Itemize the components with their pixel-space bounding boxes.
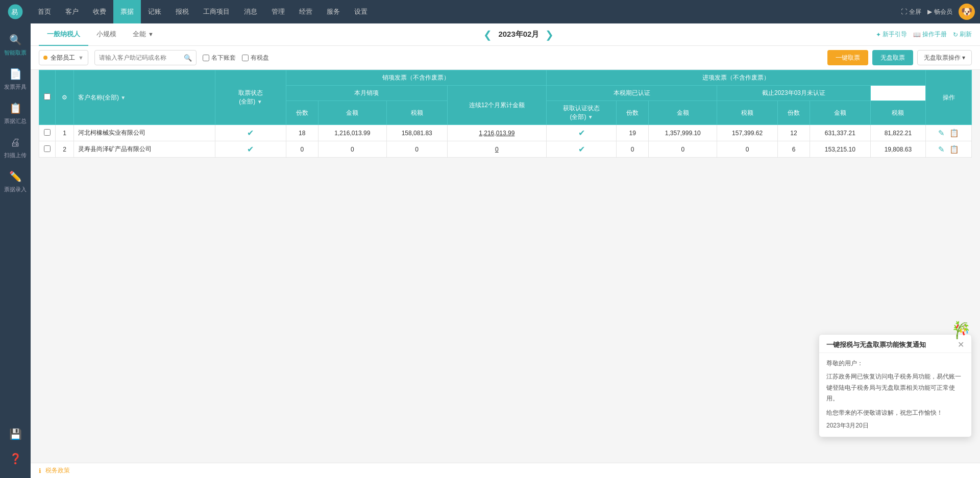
row-until-amount: 153,215.10 [810, 141, 871, 158]
nav-invoice[interactable]: 票据 [113, 0, 141, 23]
next-month-button[interactable]: ❯ [545, 30, 554, 40]
avatar[interactable]: 🐶 [959, 4, 975, 20]
tab-small-scale[interactable]: 小规模 [88, 23, 125, 46]
one-click-ticket-button[interactable]: 一键取票 [827, 50, 868, 65]
row-sales-tax: 158,081.83 [386, 125, 447, 141]
fullscreen-button[interactable]: ⛶ 全屏 [901, 8, 921, 16]
table-row: 2 灵寿县尚泽矿产品有限公司 ✔ 0 0 0 0 ✔ 0 0 0 6 153,2… [39, 141, 972, 158]
notification-title: 一键报税与无盘取票功能恢复通知 [826, 340, 926, 349]
nav-home[interactable]: 首页 [31, 0, 58, 23]
th-sales-shares: 份数 [286, 101, 318, 125]
row-checkbox[interactable] [39, 141, 56, 158]
sidebar-item-invoice-summary[interactable]: 📋 票据汇总 [0, 97, 31, 129]
sidebar-item-download[interactable]: 💾 [0, 423, 31, 445]
no-disk-ticket-button[interactable]: 无盘取票 [872, 50, 913, 65]
edit-button[interactable]: ✎ [938, 145, 945, 154]
row-ticket-status: ✔ [215, 125, 286, 141]
row-select-checkbox[interactable] [44, 145, 51, 152]
sidebar-item-help[interactable]: ❓ [0, 447, 31, 470]
ticket-status-filter-icon[interactable]: ▼ [257, 99, 262, 105]
sidebar-item-scan-upload[interactable]: 🖨 扫描上传 [0, 131, 31, 163]
search-input[interactable] [99, 54, 181, 61]
search-icon[interactable]: 🔍 [184, 54, 192, 62]
th-purchase-shares: 份数 [617, 101, 649, 125]
consecutive-link[interactable]: 0 [495, 146, 499, 153]
nav-settings[interactable]: 设置 [347, 0, 375, 23]
ticket-status-icon: ✔ [247, 145, 254, 154]
th-sales-tax: 税额 [386, 101, 447, 125]
member-button[interactable]: ▶ 畅会员 [927, 8, 952, 16]
tax-policy-link[interactable]: 税务政策 [45, 466, 70, 475]
named-accounts-checkbox[interactable] [203, 55, 209, 61]
tab-general-taxpayer[interactable]: 一般纳税人 [39, 23, 88, 46]
notification-salutation: 尊敬的用户： [826, 358, 964, 369]
th-purchase-amount: 金额 [649, 101, 717, 125]
prev-month-button[interactable]: ❮ [483, 30, 492, 40]
filter-bar: 全部员工 ▼ 🔍 名下账套 有税盘 一键取票 无盘取票 无盘取票操作 ▾ [31, 46, 980, 70]
row-until-shares: 6 [777, 141, 810, 158]
notification-date: 2023年3月20日 [826, 420, 964, 432]
sidebar-item-invoice-issue[interactable]: 📄 发票开具 [0, 63, 31, 95]
nav-items: 首页 客户 收费 票据 记账 报税 工商项目 消息 管理 经营 服务 设置 [31, 0, 901, 23]
row-until-amount: 631,337.21 [810, 125, 871, 141]
checkbox-named-accounts[interactable]: 名下账套 [203, 54, 236, 62]
sidebar-item-smart-ticket[interactable]: 🔍 智能取票 [0, 29, 31, 61]
settings-icon[interactable]: ⚙ [62, 94, 67, 101]
consecutive-link[interactable]: 1,216,013.99 [479, 130, 514, 137]
smart-ticket-icon: 🔍 [8, 33, 22, 47]
nav-operation[interactable]: 经营 [292, 0, 320, 23]
select-all-checkbox[interactable] [44, 93, 51, 100]
scan-upload-icon: 🖨 [8, 135, 22, 149]
row-purchase-tax: 0 [717, 141, 778, 158]
employee-label: 全部员工 [51, 54, 75, 62]
nav-manage[interactable]: 管理 [264, 0, 292, 23]
view-button[interactable]: 📋 [949, 145, 959, 154]
current-date: 2023年02月 [498, 30, 539, 39]
no-disk-ticket-ops-button[interactable]: 无盘取票操作 ▾ [917, 50, 972, 65]
refresh-icon: ↻ [953, 31, 958, 38]
tax-policy-icon: ℹ [39, 467, 41, 474]
nav-bookkeeping[interactable]: 记账 [141, 0, 168, 23]
manual-button[interactable]: 📖 操作手册 [913, 30, 947, 39]
nav-tax[interactable]: 报税 [168, 0, 196, 23]
th-checkbox [39, 70, 56, 125]
nav-billing[interactable]: 收费 [86, 0, 113, 23]
th-consecutive-12: 连续12个月累计金额 [447, 86, 547, 125]
nav-service[interactable]: 服务 [320, 0, 347, 23]
fullscreen-icon: ⛶ [901, 8, 907, 15]
nav-business[interactable]: 工商项目 [196, 0, 237, 23]
edit-button[interactable]: ✎ [938, 129, 945, 137]
th-current-month-sales: 本月销项 [286, 86, 447, 101]
nav-message[interactable]: 消息 [237, 0, 264, 23]
sidebar-item-invoice-entry[interactable]: ✏️ 票据录入 [0, 165, 31, 197]
row-checkbox[interactable] [39, 125, 56, 141]
row-until-tax: 81,822.21 [870, 125, 925, 141]
tab-all-capable[interactable]: 全能 ▼ [125, 23, 162, 46]
row-consecutive: 0 [447, 141, 547, 158]
checkbox-tax-disk[interactable]: 有税盘 [242, 54, 269, 62]
tax-disk-checkbox[interactable] [242, 55, 249, 61]
cert-status-filter-icon[interactable]: ▼ [588, 114, 593, 120]
row-sales-shares: 0 [286, 141, 318, 158]
employee-select[interactable]: 全部员工 ▼ [39, 50, 88, 65]
tabs-right: ✦ 新手引导 📖 操作手册 ↻ 刷新 [876, 30, 972, 39]
th-settings: ⚙ [56, 70, 74, 125]
new-guide-button[interactable]: ✦ 新手引导 [876, 30, 907, 39]
view-button[interactable]: 📋 [949, 129, 959, 137]
row-purchase-tax: 157,399.62 [717, 125, 778, 141]
notification-close-button[interactable]: ✕ [958, 340, 964, 349]
customer-filter-icon[interactable]: ▼ [120, 95, 126, 100]
svg-text:易: 易 [11, 9, 18, 16]
row-until-shares: 12 [777, 125, 810, 141]
th-ticket-status: 取票状态 (全部) ▼ [215, 70, 286, 125]
nav-customer[interactable]: 客户 [58, 0, 86, 23]
notification-text: 江苏政务网已恢复访问电子税务局功能，易代账一键登陆电子税务局与无盘取票相关功能可… [826, 371, 964, 405]
row-select-checkbox[interactable] [44, 129, 51, 136]
row-index: 2 [56, 141, 74, 158]
notification-popup: 🎋 一键报税与无盘取票功能恢复通知 ✕ 尊敬的用户： 江苏政务网已恢复访问电子税… [819, 334, 972, 437]
row-sales-amount: 1,216,013.99 [318, 125, 386, 141]
refresh-button[interactable]: ↻ 刷新 [953, 30, 972, 39]
invoice-entry-icon: ✏️ [8, 169, 22, 184]
row-until-tax: 19,808.63 [870, 141, 925, 158]
row-actions: ✎ 📋 [926, 125, 972, 141]
